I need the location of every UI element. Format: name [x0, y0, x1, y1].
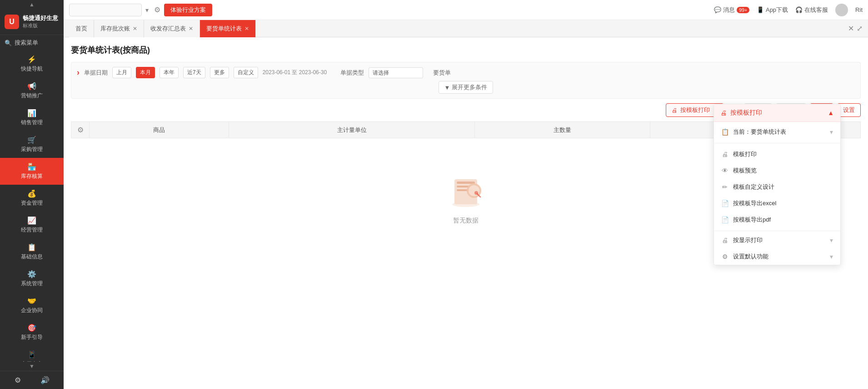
date-btn-last-month[interactable]: 上月	[112, 67, 131, 78]
message-icon: 💬	[714, 6, 721, 13]
dropdown-header-label: 按模板打印	[730, 109, 762, 117]
search-icon: 🔍	[5, 40, 12, 46]
sidebar-scroll-up[interactable]: ▲	[0, 0, 64, 9]
operation-icon: 📈	[27, 216, 36, 225]
date-filter-label: 单据日期	[84, 69, 108, 77]
basic-icon: 📋	[27, 243, 36, 252]
tab-close-order-stats[interactable]: ✕	[244, 25, 249, 32]
template-design-icon: ✏	[721, 183, 728, 191]
sales-icon: 📊	[27, 109, 36, 117]
sidebar-item-quick-nav[interactable]: ⚡ 快捷导航	[0, 51, 64, 77]
date-range-display: 2023-06-01 至 2023-06-30	[263, 69, 327, 76]
table-col-settings: ⚙	[71, 122, 90, 138]
maximize-icon[interactable]: ⤢	[857, 24, 863, 33]
newbie-icon: 🎯	[27, 323, 36, 332]
date-btn-7days[interactable]: 近7天	[183, 67, 205, 78]
app-logo-icon: U	[5, 15, 19, 29]
dropdown-current-template[interactable]: 📋 当前：要货单统计表 ▾	[714, 124, 840, 140]
online-service-icon: 🎧	[795, 6, 803, 13]
type-filter-select[interactable]: 请选择	[369, 67, 423, 78]
date-btn-custom[interactable]: 自定义	[234, 67, 258, 78]
dropdown-item-template-pdf[interactable]: 📄 按模板导出pdf	[714, 212, 840, 228]
sidebar-item-operation[interactable]: 📈 经营管理	[0, 212, 64, 238]
tab-close-batch-accounts[interactable]: ✕	[133, 25, 137, 32]
order-status-label: 要货单	[433, 69, 451, 77]
type-filter-label: 单据类型	[340, 69, 364, 77]
industry-solution-button[interactable]: 体验行业方案	[164, 4, 212, 16]
date-btn-this-month[interactable]: 本月	[136, 67, 155, 78]
filter-row-1: › 单据日期 上月 本月 本年 近7天 更多 自定义 2023-06-01 至 …	[77, 67, 855, 78]
dropdown-section-items: 🖨 模板打印 👁 模板预览 ✏ 模板自定义设计 📄 按模板导出excel 📄	[714, 144, 840, 230]
sidebar-nav: ⚡ 快捷导航 📢 营销推广 📊 销售管理 🛒 采购管理 🏪 库存核算 💰 资金管…	[0, 51, 64, 362]
sidebar-item-system[interactable]: ⚙️ 系统管理	[0, 265, 64, 292]
sidebar-search[interactable]: 🔍 搜索菜单	[0, 35, 64, 51]
sound-bottom-icon[interactable]: 🔊	[40, 376, 50, 384]
settings-bottom-icon[interactable]: ⚙	[15, 376, 21, 384]
dropdown-item-template-print[interactable]: 🖨 模板打印	[714, 146, 840, 162]
purchase-icon: 🛒	[27, 136, 36, 144]
quick-nav-icon: ⚡	[27, 55, 36, 64]
dropdown-item-template-preview[interactable]: 👁 模板预览	[714, 162, 840, 179]
avatar[interactable]	[835, 4, 848, 16]
system-icon: ⚙️	[27, 270, 36, 278]
filter-expand-icon[interactable]: ›	[77, 68, 80, 77]
tab-home[interactable]: 首页	[69, 20, 94, 37]
app-download-icon: 📱	[757, 6, 764, 13]
display-print-arrow: ▾	[830, 237, 833, 244]
sidebar-item-basic[interactable]: 📋 基础信息	[0, 238, 64, 265]
close-all-tabs-icon[interactable]: ✕	[848, 24, 854, 33]
message-badge: 99+	[737, 7, 749, 13]
table-col-settings-icon[interactable]: ⚙	[77, 126, 84, 134]
sidebar-scroll-down[interactable]: ▼	[0, 362, 64, 371]
sidebar-item-apps[interactable]: 📱 应用中心	[0, 346, 64, 362]
topbar-right: 💬 消息 99+ 📱 App下载 🎧 在线客服 Rit	[714, 4, 863, 16]
message-button[interactable]: 💬 消息 99+	[714, 6, 749, 14]
sidebar-item-marketing[interactable]: 📢 营销推广	[0, 77, 64, 104]
template-excel-icon: 📄	[721, 200, 728, 207]
dropdown-section-current: 📋 当前：要货单统计表 ▾	[714, 122, 840, 142]
date-btn-this-year[interactable]: 本年	[160, 67, 179, 78]
tab-order-stats[interactable]: 要货单统计表 ✕	[200, 20, 256, 37]
divider-2	[714, 231, 840, 231]
dropdown-item-default-func[interactable]: ⚙ 设置默认功能 ▾	[714, 248, 840, 265]
dropdown-header[interactable]: 🖨 按模板打印 ▲	[714, 104, 840, 122]
tab-close-revenue-summary[interactable]: ✕	[189, 25, 193, 32]
sidebar-item-purchase[interactable]: 🛒 采购管理	[0, 131, 64, 158]
empty-state-text: 暂无数据	[453, 217, 479, 225]
sidebar-item-inventory[interactable]: 🏪 库存核算	[0, 158, 64, 185]
sidebar-item-sales[interactable]: 📊 销售管理	[0, 104, 64, 131]
topbar-dropdown-arrow[interactable]: ▾	[145, 6, 149, 14]
expand-more-btn[interactable]: ▼ 展开更多条件	[439, 81, 494, 94]
sidebar-item-newbie[interactable]: 🎯 新手引导	[0, 319, 64, 346]
default-func-arrow: ▾	[830, 253, 833, 260]
dropdown-item-template-design[interactable]: ✏ 模板自定义设计	[714, 179, 840, 195]
online-service-button[interactable]: 🎧 在线客服	[795, 6, 828, 14]
dropdown-item-display-print[interactable]: 🖨 按显示打印 ▾	[714, 232, 840, 248]
sidebar-item-finance[interactable]: 💰 资金管理	[0, 185, 64, 212]
app-logo-text: 畅捷通好生意 标准版	[23, 15, 58, 29]
topbar-search-input[interactable]	[69, 4, 142, 16]
display-print-icon: 🖨	[721, 237, 728, 244]
template-print-icon: 🖨	[721, 151, 728, 158]
apps-icon: 📱	[27, 350, 36, 359]
marketing-icon: 📢	[27, 82, 36, 91]
template-pdf-icon: 📄	[721, 216, 728, 223]
tabs-actions: ✕ ⤢	[848, 24, 863, 33]
divider-1	[714, 143, 840, 143]
page-title: 要货单统计表(按商品)	[71, 45, 861, 56]
empty-state-icon	[443, 166, 489, 211]
filter-expand-row: ▼ 展开更多条件	[77, 81, 855, 94]
tab-revenue-summary[interactable]: 收发存汇总表 ✕	[144, 20, 200, 37]
date-btn-more[interactable]: 更多	[210, 67, 229, 78]
print-dropdown-menu: 🖨 按模板打印 ▲ 📋 当前：要货单统计表 ▾ 🖨 模板打印	[713, 104, 841, 265]
app-download-button[interactable]: 📱 App下载	[757, 6, 788, 14]
user-name: Rit	[855, 6, 863, 13]
sidebar-item-enterprise[interactable]: 🤝 企业协同	[0, 292, 64, 319]
page-content: 要货单统计表(按商品) › 单据日期 上月 本月 本年 近7天 更多 自定义 2…	[64, 37, 868, 389]
expand-icon: ▼	[444, 84, 450, 91]
sidebar-bottom: ⚙ 🔊	[0, 371, 64, 389]
dropdown-item-template-excel[interactable]: 📄 按模板导出excel	[714, 195, 840, 212]
tab-batch-accounts[interactable]: 库存批次账 ✕	[94, 20, 144, 37]
topbar-gear-icon[interactable]: ⚙	[154, 5, 160, 14]
tabs-bar: 首页 库存批次账 ✕ 收发存汇总表 ✕ 要货单统计表 ✕ ✕ ⤢	[64, 20, 868, 37]
